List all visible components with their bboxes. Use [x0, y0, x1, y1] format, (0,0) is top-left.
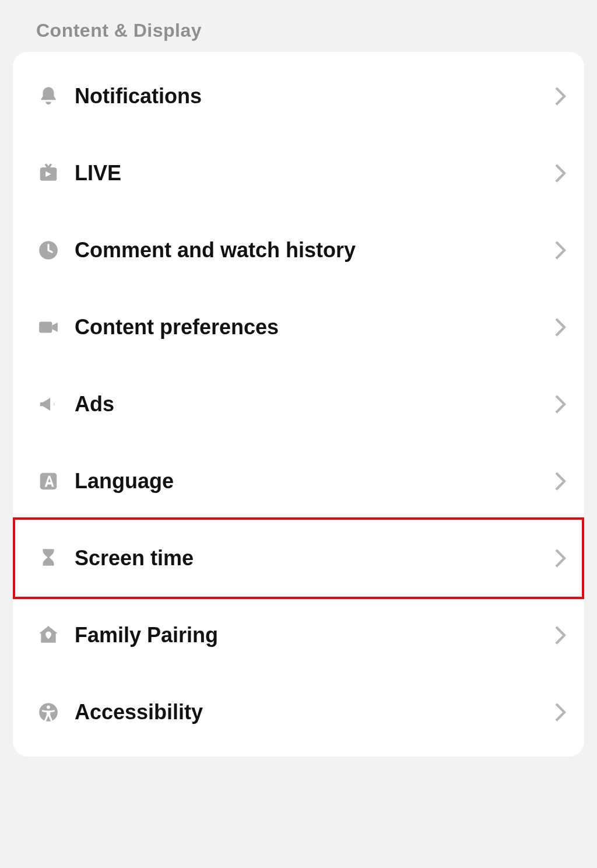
hourglass-icon	[37, 547, 75, 569]
row-label: Language	[75, 469, 554, 494]
row-content-preferences[interactable]: Content preferences	[13, 289, 584, 366]
megaphone-icon	[37, 393, 75, 415]
row-label: Notifications	[75, 84, 554, 108]
chevron-right-icon	[554, 548, 567, 568]
row-label: Ads	[75, 392, 554, 416]
row-notifications[interactable]: Notifications	[13, 58, 584, 135]
video-icon	[37, 316, 75, 338]
tv-icon	[37, 162, 75, 184]
chevron-right-icon	[554, 317, 567, 337]
row-label: LIVE	[75, 161, 554, 186]
row-label: Screen time	[75, 546, 554, 570]
row-comment-watch-history[interactable]: Comment and watch history	[13, 212, 584, 289]
clock-icon	[37, 239, 75, 261]
row-family-pairing[interactable]: Family Pairing	[13, 597, 584, 674]
row-label: Accessibility	[75, 700, 554, 724]
section-header: Content & Display	[0, 0, 597, 52]
row-live[interactable]: LIVE	[13, 135, 584, 212]
row-label: Content preferences	[75, 315, 554, 340]
home-heart-icon	[37, 624, 75, 646]
language-a-icon	[37, 470, 75, 492]
settings-panel: Notifications LIVE Comment and watch his…	[13, 52, 584, 757]
chevron-right-icon	[554, 240, 567, 260]
row-accessibility[interactable]: Accessibility	[13, 674, 584, 751]
row-ads[interactable]: Ads	[13, 366, 584, 443]
row-label: Comment and watch history	[75, 238, 554, 262]
chevron-right-icon	[554, 394, 567, 414]
accessibility-icon	[37, 701, 75, 723]
row-screen-time[interactable]: Screen time	[13, 520, 584, 597]
row-language[interactable]: Language	[13, 443, 584, 520]
bell-icon	[37, 85, 75, 107]
chevron-right-icon	[554, 702, 567, 722]
chevron-right-icon	[554, 625, 567, 645]
row-label: Family Pairing	[75, 623, 554, 648]
chevron-right-icon	[554, 163, 567, 183]
chevron-right-icon	[554, 471, 567, 491]
chevron-right-icon	[554, 86, 567, 106]
